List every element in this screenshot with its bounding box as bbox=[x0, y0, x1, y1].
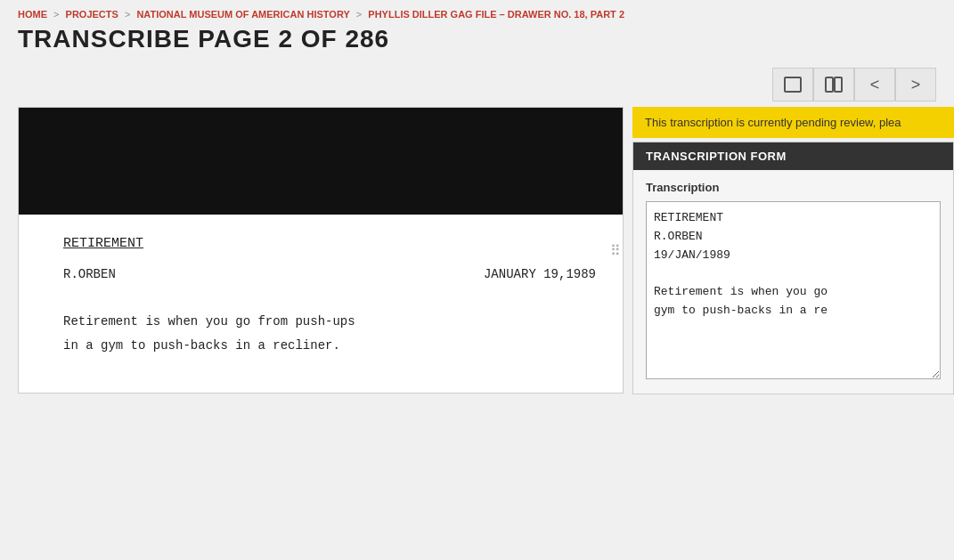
document-date: JANUARY 19,1989 bbox=[484, 264, 596, 286]
chevron-right-icon: > bbox=[911, 76, 921, 94]
breadcrumb-sep1: > bbox=[53, 9, 59, 20]
document-author: R.ORBEN bbox=[63, 264, 116, 286]
document-author-date: R.ORBEN JANUARY 19,1989 bbox=[63, 264, 596, 286]
view-single-button[interactable] bbox=[772, 68, 813, 101]
breadcrumb-home[interactable]: HOME bbox=[18, 9, 47, 20]
view-split-button[interactable] bbox=[813, 68, 854, 101]
transcription-form-body: Transcription bbox=[633, 170, 953, 394]
breadcrumb-sep3: > bbox=[356, 9, 362, 20]
breadcrumb-projects[interactable]: PROJECTS bbox=[66, 9, 118, 20]
transcription-section: TRANSCRIPTION FORM Transcription bbox=[632, 142, 954, 394]
chevron-left-icon: < bbox=[870, 76, 880, 94]
pending-review-banner: This transcription is currently pending … bbox=[632, 107, 954, 138]
breadcrumb-sep2: > bbox=[125, 9, 130, 20]
document-title: RETIREMENT bbox=[63, 232, 143, 256]
transcription-form-header: TRANSCRIPTION FORM bbox=[633, 142, 953, 170]
collapse-panel-button[interactable]: < bbox=[854, 68, 895, 101]
transcription-label: Transcription bbox=[646, 181, 941, 194]
breadcrumb-project[interactable]: PHYLLIS DILLER GAG FILE – DRAWER NO. 18,… bbox=[368, 9, 624, 20]
page-title: TRANSCRIBE PAGE 2 OF 286 bbox=[18, 25, 936, 53]
svg-rect-1 bbox=[826, 77, 833, 92]
toolbar-container: < > bbox=[0, 59, 954, 107]
svg-rect-2 bbox=[835, 77, 842, 92]
document-line2: in a gym to push-backs in a recliner. bbox=[63, 334, 596, 358]
transcription-textarea[interactable] bbox=[646, 201, 941, 379]
document-line1: Retirement is when you go from push-ups bbox=[63, 310, 596, 334]
document-body: Retirement is when you go from push-ups … bbox=[63, 310, 596, 357]
layout-wrapper: RETIREMENT R.ORBEN JANUARY 19,1989 Retir… bbox=[0, 107, 954, 412]
header: HOME > PROJECTS > NATIONAL MUSEUM OF AME… bbox=[0, 0, 954, 59]
breadcrumb-museum[interactable]: NATIONAL MUSEUM OF AMERICAN HISTORY bbox=[136, 9, 349, 20]
right-panel: This transcription is currently pending … bbox=[632, 107, 954, 394]
document-content: RETIREMENT R.ORBEN JANUARY 19,1989 Retir… bbox=[19, 215, 623, 393]
expand-panel-button[interactable]: > bbox=[895, 68, 936, 101]
document-image bbox=[19, 108, 623, 215]
document-viewer: RETIREMENT R.ORBEN JANUARY 19,1989 Retir… bbox=[18, 107, 624, 394]
svg-rect-0 bbox=[785, 77, 801, 92]
drag-handle[interactable]: ⠿ bbox=[610, 242, 621, 259]
breadcrumb: HOME > PROJECTS > NATIONAL MUSEUM OF AME… bbox=[18, 9, 936, 20]
